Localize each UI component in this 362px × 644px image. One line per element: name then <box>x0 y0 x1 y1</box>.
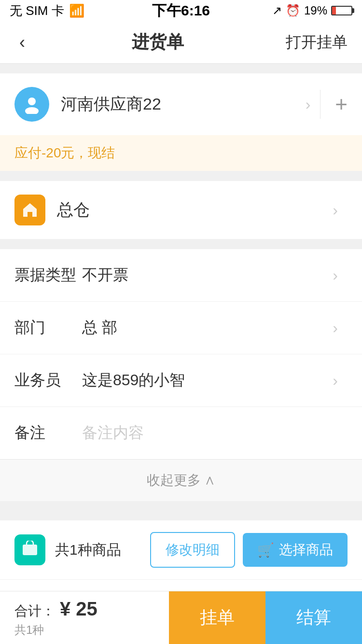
add-supplier-button[interactable]: + <box>335 92 348 116</box>
warehouse-row[interactable]: 总仓 › <box>0 181 362 239</box>
total-section: 合计： ¥ 25 共1种 <box>0 591 169 644</box>
product-count: 共1种商品 <box>55 540 150 560</box>
dept-row[interactable]: 部门 总 部 › <box>0 301 362 354</box>
sales-value: 这是859的小智 <box>82 370 333 391</box>
checkout-button[interactable]: 结算 <box>265 591 362 644</box>
invoice-chevron-icon: › <box>333 266 338 284</box>
page-title: 进货单 <box>132 30 184 54</box>
payment-notice: 应付-20元，现结 <box>0 135 362 171</box>
chevron-right-icon: › <box>306 96 311 113</box>
supplier-avatar <box>14 87 49 122</box>
svg-point-1 <box>25 107 39 114</box>
dept-value: 总 部 <box>82 317 333 338</box>
dept-label: 部门 <box>14 317 82 338</box>
warehouse-icon <box>14 195 45 225</box>
section-divider-4 <box>0 501 362 511</box>
warehouse-name: 总仓 <box>57 199 333 221</box>
svg-rect-3 <box>23 545 37 555</box>
edit-detail-button[interactable]: 修改明细 <box>150 532 235 568</box>
collapse-bar[interactable]: 收起更多 ∧ <box>0 459 362 501</box>
product-header: 共1种商品 修改明细 🛒 选择商品 <box>0 511 362 579</box>
remark-label: 备注 <box>14 422 82 444</box>
svg-point-0 <box>28 98 36 105</box>
status-carrier: 无 SIM 卡 📶 <box>10 2 84 19</box>
remark-row[interactable]: 备注 备注内容 <box>0 406 362 459</box>
status-right: ↗ ⏰ 19% <box>272 4 352 17</box>
cart-icon: 🛒 <box>257 542 274 558</box>
product-icon <box>14 534 45 565</box>
invoice-value: 不开票 <box>82 265 333 286</box>
sales-label: 业务员 <box>14 370 82 391</box>
sales-row[interactable]: 业务员 这是859的小智 › <box>0 354 362 406</box>
section-divider-1 <box>0 64 362 73</box>
back-button[interactable]: ‹ <box>14 28 30 57</box>
invoice-type-row[interactable]: 票据类型 不开票 › <box>0 249 362 301</box>
battery-icon <box>331 6 352 15</box>
invoice-label: 票据类型 <box>14 265 82 286</box>
dept-chevron-icon: › <box>333 319 338 337</box>
section-divider-2 <box>0 171 362 181</box>
hold-button[interactable]: 挂单 <box>169 591 265 644</box>
svg-rect-2 <box>28 212 32 217</box>
supplier-row[interactable]: 河南供应商22 › + <box>0 73 362 135</box>
supplier-name: 河南供应商22 <box>61 93 306 115</box>
select-product-button[interactable]: 🛒 选择商品 <box>243 533 348 567</box>
vertical-divider <box>320 90 320 119</box>
status-time: 下午6:16 <box>152 1 210 21</box>
nav-bar: ‹ 进货单 打开挂单 <box>0 21 362 64</box>
bottom-bar: 合计： ¥ 25 共1种 挂单 结算 <box>0 591 362 644</box>
total-label: 合计： ¥ 25 <box>14 598 154 620</box>
sales-chevron-icon: › <box>333 372 338 390</box>
warehouse-chevron-icon: › <box>333 201 338 219</box>
total-amount: ¥ 25 <box>60 598 97 620</box>
open-hold-button[interactable]: 打开挂单 <box>286 32 348 53</box>
total-sub: 共1种 <box>14 622 154 638</box>
section-divider-3 <box>0 239 362 249</box>
status-bar: 无 SIM 卡 📶 下午6:16 ↗ ⏰ 19% <box>0 0 362 21</box>
remark-input[interactable]: 备注内容 <box>82 422 348 444</box>
